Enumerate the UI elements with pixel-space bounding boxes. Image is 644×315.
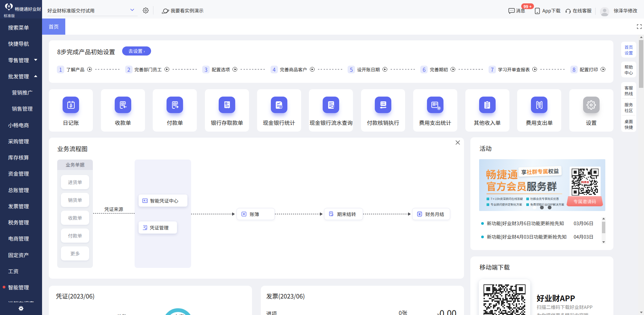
svg-text:畅捷通: 畅捷通 [581, 180, 589, 184]
